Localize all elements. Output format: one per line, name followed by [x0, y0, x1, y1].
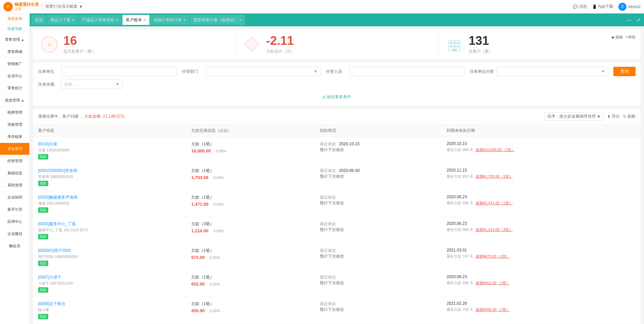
debt-count-4: 欠款（1笔） [191, 248, 214, 254]
customer-cell-1: [00010200001]李老师 李老师 18600391516 现款 [33, 164, 186, 190]
overdue-date-1: 2020.11.15 [447, 168, 636, 173]
customer-tag-2: 现款 [38, 207, 48, 213]
sidebar-item-newbie[interactable]: 新手引导 [0, 204, 29, 216]
sidebar-search[interactable]: 搜索菜单 [0, 13, 29, 24]
sidebar-item-ecom-mgmt[interactable]: 电商管理 [0, 107, 29, 119]
tab-home[interactable]: 首页 [31, 15, 46, 25]
tab-minimize-btn[interactable]: — [625, 17, 633, 23]
overdue-link-2[interactable]: 超期¥1,471.00（1笔） [476, 201, 513, 205]
sort-btn[interactable]: 排序：按欠款金额倒序排序 ▼ [544, 112, 604, 121]
sidebar-item-basic-info[interactable]: 基础信息 [0, 167, 29, 179]
logo-area: 好 畅捷通好生意 示范 [3, 2, 39, 11]
sidebar-item-sys-mgmt[interactable]: 系统管理 [0, 179, 29, 192]
tab-customer-account-close[interactable]: ✕ [143, 18, 146, 22]
tab-stock-summary-close[interactable]: ✕ [239, 18, 242, 22]
debt-percent-5: 0.00% [210, 282, 220, 286]
video-btn[interactable]: ▶ 视频 [612, 35, 623, 40]
customer-name-link-5[interactable]: [0007]小进干 [38, 275, 61, 279]
sidebar-item-retail-mgmt[interactable]: 零售管理 ▲ [0, 34, 29, 46]
sidebar-item-retail-stats[interactable]: 零售统计 [0, 82, 29, 94]
customer-name-link-2[interactable]: [0003]畅捷服务尹海燕 [38, 195, 78, 200]
sidebar-item-member[interactable]: 会员中心 [0, 70, 29, 82]
collapse-label: 收起更多条件 [327, 94, 351, 100]
sidebar-item-batch-mgmt[interactable]: 批发管理 ▲ [0, 94, 29, 107]
tab-maximize-btn[interactable]: ⤢ [635, 17, 642, 23]
customer-name-link-0[interactable]: [0016]吕俊 [38, 142, 57, 146]
collection-info-1: 最近收款 2020-06-30 [320, 168, 437, 174]
tab-product-offline-close[interactable]: ✕ [72, 18, 75, 22]
tab-product-offline[interactable]: 商品上下架 ✕ [47, 15, 78, 25]
tab-customer-account[interactable]: 客户账本 ✕ [122, 15, 149, 25]
table-row: [0007]小进干 小进干 18279152100 现款 欠款（1笔） 652.… [33, 270, 641, 297]
tab-product-instock-close[interactable]: ✕ [116, 18, 118, 22]
sidebar-item-vip-member[interactable]: 畅会员 [0, 240, 29, 252]
stat-number-debtors: 16 [63, 35, 96, 47]
sidebar-item-app-center[interactable]: 应用中心 [0, 216, 29, 228]
next-collection-4: 预计下次收款 [320, 254, 437, 259]
refresh-btn[interactable]: ↻ 刷新 [623, 114, 636, 119]
sidebar-item-inventory[interactable]: 库存核算 [0, 131, 29, 143]
overdue-link-0[interactable]: 超期¥10,000.00（1笔） [476, 148, 515, 152]
balance-select[interactable]: 选择... ▼ [61, 80, 122, 89]
debt-amount-2: 1,471.00 [191, 202, 208, 207]
debt-percent-6: 0.00% [210, 309, 220, 313]
sidebar-item-purchase-mgmt[interactable]: 采购管理 [0, 119, 29, 131]
overdue-cell-3: 2020.06.23 最长欠款 998 天 超期¥1,214.00（3笔） [442, 217, 641, 244]
top-bar-right: 💬 消息 📱 App下载 D demo2 [573, 3, 641, 11]
tab-purchase-order[interactable]: 采购订单统计表 ✕ [150, 15, 189, 25]
overdue-link-3[interactable]: 超期¥1,214.00（3笔） [476, 228, 513, 232]
overdue-cell-2: 2020.06.23 最长欠款 998 天 超期¥1,471.00（1笔） [442, 190, 641, 217]
collapse-btn[interactable]: ⋀ 收起更多条件 [38, 92, 636, 101]
sidebar-item-retail-mall[interactable]: 零售商城 [0, 46, 29, 58]
tab-purchase-order-close[interactable]: ✕ [183, 18, 186, 22]
store-selector[interactable]: 母婴行业演示账套 ▼ [42, 3, 86, 10]
stat-info-amount: -2.11 欠款合计（万） [266, 35, 295, 54]
overdue-days-6: 最长欠款 750 天 [447, 307, 475, 312]
help-btn[interactable]: ? 帮助 [625, 35, 636, 40]
sidebar-item-marketing[interactable]: 营销推广 [0, 58, 29, 70]
stat-number-amount: -2.11 [266, 35, 295, 47]
user-area[interactable]: D demo2 [618, 3, 641, 11]
sidebar-item-ops-mgmt[interactable]: 经营管理 [0, 155, 29, 167]
sidebar-item-finance[interactable]: 资金管理 [0, 143, 29, 155]
overdue-link-5[interactable]: 超期¥652.00（1笔） [476, 281, 510, 285]
customer-name-link-1[interactable]: [00010200001]李老师 [38, 168, 77, 173]
table-row: [0003]畅捷服务尹海燕 海燕 18513066976 现款 欠款（1笔） 1… [33, 190, 641, 217]
overdue-link-1[interactable]: 超期¥1,703.68（1笔） [476, 174, 513, 178]
customer-tag-1: 现款 [38, 181, 48, 186]
customer-name-link-6[interactable]: [0006]去下粮仓 [38, 301, 65, 306]
chevron-down-icon-4: ▼ [597, 114, 601, 119]
overdue-info-2: 2020.06.23 最长欠款 998 天 超期¥1,471.00（1笔） [447, 195, 636, 206]
search-button[interactable]: 查询 [613, 67, 636, 76]
customer-name-link-4[interactable]: [000002]用户2050 [38, 248, 71, 253]
tab-stock-summary[interactable]: 进货单统计表（按商品） ✕ [190, 15, 245, 25]
svg-rect-10 [457, 46, 459, 48]
help-icon: ? [625, 35, 627, 39]
debt-count-2: 欠款（1笔） [191, 195, 214, 200]
export-btn[interactable]: ⬆ 导出 [607, 114, 620, 119]
overdue-link-6[interactable]: 超期¥455.90（1笔） [476, 307, 510, 312]
person-input[interactable]: ... [349, 67, 465, 76]
app-download-btn[interactable]: 📱 App下载 [592, 4, 613, 9]
mobile-icon: 📱 [592, 4, 597, 9]
debt-cell-2: 欠款（1笔） 1,471.00 0.00% [186, 190, 315, 217]
page-content: ¥ 16 总欠款客户（家） ◇ [30, 26, 644, 324]
sidebar-item-corp-wechat[interactable]: 企业微信 [0, 228, 29, 240]
table-header-bar: 搜索结果中，客户16家， 欠款金额 -21,148.07元 排序：按欠款金额倒序… [33, 109, 641, 124]
overdue-info-0: 2020.10.15 最长欠款 884 天 超期¥10,000.00（1笔） [447, 141, 636, 152]
table-header-row: 客户信息 欠款交易信息（占比） 回款情况 到期未收款日期 [33, 124, 641, 137]
dept-select[interactable]: ▼ [205, 67, 320, 76]
unit-class-select[interactable]: ▼ [497, 67, 608, 76]
tab-product-instock[interactable]: 产成品入库单历史 ✕ [79, 15, 122, 25]
overdue-info-6: 2021.02.26 最长欠款 750 天 超期¥455.90（1笔） [447, 301, 636, 312]
coming-unit-input[interactable]: ... [61, 67, 177, 76]
overdue-link-4[interactable]: 超期¥672.00（1笔） [476, 254, 510, 258]
message-btn[interactable]: 💬 消息 [573, 4, 587, 9]
customer-name-link-3[interactable]: [0002]服务中心_丁磊 [38, 222, 76, 226]
overdue-days-1: 最长欠款 853 天 [447, 174, 475, 178]
sidebar-item-corp-coop[interactable]: 企业协同 [0, 192, 29, 204]
col-debt: 欠款交易信息（占比） [186, 124, 315, 137]
stat-icon-building [445, 35, 464, 54]
customer-contact-1: 李老师 18600391516 [38, 174, 181, 179]
overdue-cell-6: 2021.02.26 最长欠款 750 天 超期¥455.90（1笔） [442, 297, 641, 324]
